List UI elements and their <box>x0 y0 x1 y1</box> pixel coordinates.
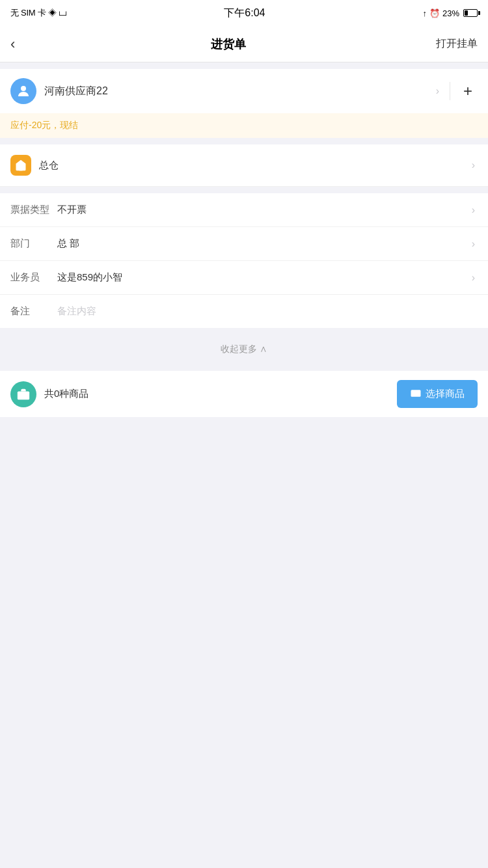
supplier-row[interactable]: 河南供应商22 › + <box>0 69 488 113</box>
warehouse-chevron-icon: › <box>472 159 475 171</box>
warehouse-name: 总仓 <box>39 159 472 172</box>
bottom-bar: 共0种商品 选择商品 <box>0 371 488 417</box>
product-icon-wrap <box>10 381 36 407</box>
dept-chevron-icon: › <box>472 238 475 250</box>
svg-rect-2 <box>18 391 29 400</box>
supplier-avatar <box>10 78 36 104</box>
add-supplier-button[interactable]: + <box>458 79 478 103</box>
warehouse-icon-wrap <box>10 155 31 176</box>
person-icon <box>16 83 31 99</box>
battery-icon <box>463 9 478 17</box>
sales-label: 业务员 <box>10 271 57 284</box>
location-icon: ↑ <box>422 8 427 18</box>
collapse-label[interactable]: 收起更多 ∧ <box>221 344 267 355</box>
back-button[interactable]: ‹ <box>10 31 20 58</box>
note-placeholder[interactable]: 备注内容 <box>57 305 478 318</box>
select-product-label: 选择商品 <box>426 388 465 400</box>
product-count: 共0种商品 <box>44 388 397 400</box>
battery-percent: 23% <box>442 8 459 18</box>
notice-bar: 应付-20元，现结 <box>0 113 488 138</box>
svg-point-0 <box>21 86 26 91</box>
open-pending-button[interactable]: 打开挂单 <box>436 37 478 51</box>
status-time: 下午6:04 <box>224 7 265 20</box>
divider-1 <box>0 62 488 69</box>
page-title: 进货单 <box>211 36 246 52</box>
note-row[interactable]: 备注 备注内容 <box>0 295 488 328</box>
battery-fill <box>465 10 468 16</box>
svg-rect-1 <box>20 167 23 171</box>
warehouse-icon <box>14 159 27 172</box>
sales-value: 这是859的小智 <box>57 271 472 284</box>
ticket-label: 票据类型 <box>10 204 57 216</box>
dept-row[interactable]: 部门 总 部 › <box>0 227 488 261</box>
ticket-type-row[interactable]: 票据类型 不开票 › <box>0 193 488 227</box>
nav-bar: ‹ 进货单 打开挂单 <box>0 26 488 62</box>
product-icon <box>16 387 31 401</box>
dept-value: 总 部 <box>57 237 472 250</box>
select-product-icon <box>410 388 422 400</box>
dept-label: 部门 <box>10 237 57 250</box>
collapse-row[interactable]: 收起更多 ∧ <box>0 334 488 364</box>
supplier-chevron-icon: › <box>436 85 439 97</box>
ticket-value: 不开票 <box>57 204 472 216</box>
sales-chevron-icon: › <box>472 272 475 284</box>
supplier-divider <box>450 82 450 100</box>
status-left: 无 SIM 卡 ◈ ⌴ <box>10 7 66 19</box>
sales-row[interactable]: 业务员 这是859的小智 › <box>0 261 488 295</box>
status-bar: 无 SIM 卡 ◈ ⌴ 下午6:04 ↑ ⏰ 23% <box>0 0 488 26</box>
form-section: 票据类型 不开票 › 部门 总 部 › 业务员 这是859的小智 › 备注 备注… <box>0 193 488 328</box>
supplier-card: 河南供应商22 › + 应付-20元，现结 <box>0 69 488 138</box>
status-right: ↑ ⏰ 23% <box>422 8 478 18</box>
supplier-name: 河南供应商22 <box>44 85 436 98</box>
ticket-chevron-icon: › <box>472 204 475 216</box>
notice-text: 应付-20元，现结 <box>10 120 78 130</box>
warehouse-section: 总仓 › <box>0 144 488 187</box>
page-background <box>0 417 488 612</box>
alarm-icon: ⏰ <box>429 8 440 18</box>
warehouse-row[interactable]: 总仓 › <box>0 144 488 187</box>
note-label: 备注 <box>10 305 57 318</box>
select-product-button[interactable]: 选择商品 <box>397 380 478 408</box>
